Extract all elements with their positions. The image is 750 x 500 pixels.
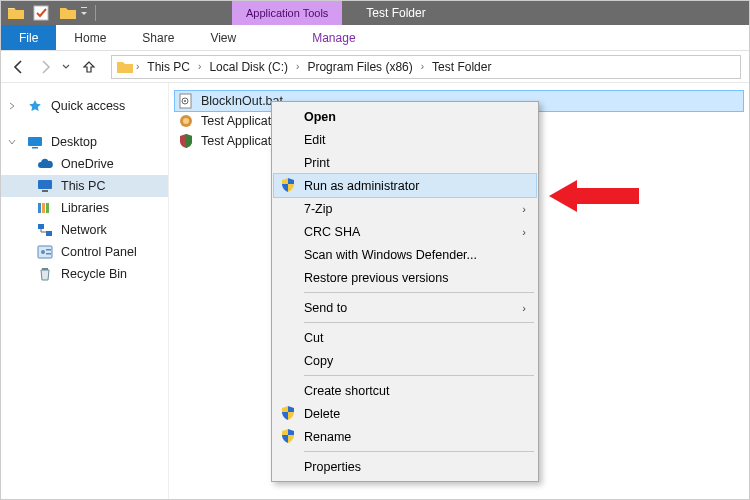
- ctx-run-as-admin[interactable]: Run as administrator: [274, 174, 536, 197]
- submenu-arrow-icon: ›: [522, 203, 526, 215]
- contextual-tab-group: Application Tools Test Folder: [232, 1, 450, 25]
- ctx-delete[interactable]: Delete: [274, 402, 536, 425]
- navpane-label: Network: [61, 223, 107, 237]
- tab-manage[interactable]: Manage: [294, 25, 373, 50]
- ctx-open[interactable]: Open: [274, 105, 536, 128]
- navpane-label: This PC: [61, 179, 105, 193]
- navpane-desktop[interactable]: Desktop: [1, 131, 168, 153]
- svg-rect-2: [28, 137, 42, 146]
- ctx-crc-sha[interactable]: CRC SHA›: [274, 220, 536, 243]
- qat-properties-icon[interactable]: [31, 2, 53, 24]
- breadcrumb-segment[interactable]: This PC: [141, 60, 196, 74]
- svg-rect-9: [38, 224, 44, 229]
- chevron-right-icon[interactable]: ›: [421, 61, 424, 72]
- svg-rect-0: [34, 6, 48, 20]
- recyclebin-icon: [37, 266, 53, 282]
- tab-view[interactable]: View: [192, 25, 254, 50]
- cloud-icon: [37, 156, 53, 172]
- ctx-defender-scan[interactable]: Scan with Windows Defender...: [274, 243, 536, 266]
- nav-back-button[interactable]: [9, 57, 29, 77]
- title-bar: Application Tools Test Folder: [1, 1, 749, 25]
- ctx-send-to[interactable]: Send to›: [274, 296, 536, 319]
- navigation-pane: Quick access Desktop OneDrive This PC: [1, 83, 169, 499]
- chevron-right-icon[interactable]: ›: [296, 61, 299, 72]
- ctx-separator: [304, 292, 534, 293]
- breadcrumb-segment[interactable]: Test Folder: [426, 60, 497, 74]
- svg-rect-6: [38, 203, 41, 213]
- qat-customize-dropdown[interactable]: [79, 2, 89, 24]
- ctx-restore-versions[interactable]: Restore previous versions: [274, 266, 536, 289]
- controlpanel-icon: [37, 244, 53, 260]
- context-menu: Open Edit Print Run as administrator 7-Z…: [271, 101, 539, 482]
- svg-rect-7: [42, 203, 45, 213]
- ribbon-tabs: File Home Share View Manage: [1, 25, 749, 51]
- tab-file[interactable]: File: [1, 25, 56, 50]
- navpane-label: Libraries: [61, 201, 109, 215]
- navpane-network[interactable]: Network: [1, 219, 168, 241]
- application-icon: [177, 113, 195, 129]
- address-folder-icon: [116, 58, 134, 76]
- quick-access-toolbar: [1, 2, 102, 24]
- qat-folder-icon[interactable]: [5, 2, 27, 24]
- batch-file-icon: [177, 93, 195, 109]
- ctx-separator: [304, 451, 534, 452]
- ctx-properties[interactable]: Properties: [274, 455, 536, 478]
- tab-home[interactable]: Home: [56, 25, 124, 50]
- uac-shield-icon: [280, 405, 296, 421]
- monitor-icon: [37, 178, 53, 194]
- nav-recent-dropdown[interactable]: [61, 58, 73, 76]
- ctx-7zip[interactable]: 7-Zip›: [274, 197, 536, 220]
- ctx-cut[interactable]: Cut: [274, 326, 536, 349]
- ctx-create-shortcut[interactable]: Create shortcut: [274, 379, 536, 402]
- breadcrumb-segment[interactable]: Local Disk (C:): [203, 60, 294, 74]
- ctx-rename[interactable]: Rename: [274, 425, 536, 448]
- nav-forward-button[interactable]: [35, 57, 55, 77]
- navigation-row: › This PC › Local Disk (C:) › Program Fi…: [1, 51, 749, 83]
- window-title: Test Folder: [342, 1, 449, 25]
- navpane-quick-access[interactable]: Quick access: [1, 95, 168, 117]
- chevron-right-icon[interactable]: [7, 101, 17, 111]
- nav-up-button[interactable]: [79, 57, 99, 77]
- chevron-right-icon[interactable]: ›: [136, 61, 139, 72]
- navpane-onedrive[interactable]: OneDrive: [1, 153, 168, 175]
- svg-point-20: [183, 118, 189, 124]
- navpane-label: OneDrive: [61, 157, 114, 171]
- navpane-control-panel[interactable]: Control Panel: [1, 241, 168, 263]
- svg-point-12: [41, 250, 45, 254]
- svg-point-18: [184, 100, 186, 102]
- navpane-libraries[interactable]: Libraries: [1, 197, 168, 219]
- ctx-separator: [304, 322, 534, 323]
- svg-rect-13: [46, 249, 51, 251]
- navpane-label: Desktop: [51, 135, 97, 149]
- svg-rect-3: [32, 147, 38, 149]
- svg-rect-8: [46, 203, 49, 213]
- ctx-edit[interactable]: Edit: [274, 128, 536, 151]
- svg-rect-14: [46, 253, 51, 255]
- ctx-separator: [304, 375, 534, 376]
- submenu-arrow-icon: ›: [522, 226, 526, 238]
- contextual-tab-label: Application Tools: [232, 1, 342, 25]
- libraries-icon: [37, 200, 53, 216]
- tab-share[interactable]: Share: [124, 25, 192, 50]
- network-icon: [37, 222, 53, 238]
- chevron-right-icon[interactable]: ›: [198, 61, 201, 72]
- navpane-this-pc[interactable]: This PC: [1, 175, 168, 197]
- uac-shield-icon: [280, 177, 296, 193]
- breadcrumb-segment[interactable]: Program Files (x86): [301, 60, 418, 74]
- qat-separator: [95, 5, 96, 21]
- submenu-arrow-icon: ›: [522, 302, 526, 314]
- uac-shield-icon: [280, 428, 296, 444]
- svg-rect-1: [81, 7, 87, 8]
- navpane-label: Control Panel: [61, 245, 137, 259]
- qat-newfolder-icon[interactable]: [57, 2, 79, 24]
- navpane-label: Quick access: [51, 99, 125, 113]
- navpane-label: Recycle Bin: [61, 267, 127, 281]
- svg-rect-5: [42, 190, 48, 192]
- ctx-print[interactable]: Print: [274, 151, 536, 174]
- desktop-icon: [27, 134, 43, 150]
- svg-rect-4: [38, 180, 52, 189]
- address-bar[interactable]: › This PC › Local Disk (C:) › Program Fi…: [111, 55, 741, 79]
- chevron-down-icon[interactable]: [7, 137, 17, 147]
- ctx-copy[interactable]: Copy: [274, 349, 536, 372]
- navpane-recycle-bin[interactable]: Recycle Bin: [1, 263, 168, 285]
